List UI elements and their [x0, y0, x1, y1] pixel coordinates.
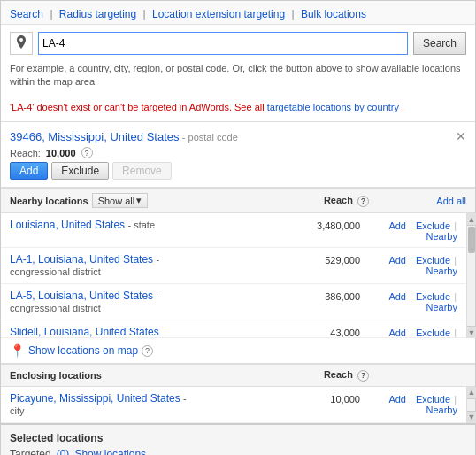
pin-icon: 📍	[10, 343, 25, 358]
nearby-row-2-exclude[interactable]: Exclude	[416, 255, 450, 266]
show-map-help-icon[interactable]: ?	[142, 345, 153, 357]
close-button[interactable]: ✕	[456, 129, 466, 143]
helper-text: For example, a country, city, region, or…	[1, 62, 475, 96]
nearby-row-2-actions: Add | Exclude | Nearby	[360, 253, 457, 276]
show-all-label: Show all	[98, 196, 135, 206]
enclosing-row-1-link[interactable]: Picayune, Mississippi, United States	[10, 392, 180, 405]
nav-radius[interactable]: Radius targeting	[59, 8, 136, 20]
location-title: 39466, Mississippi, United States	[10, 130, 179, 143]
nearby-row-1: Louisiana, United States - state 3,480,0…	[1, 213, 466, 248]
scroll-thumb[interactable]	[468, 227, 475, 253]
error-after: .	[402, 102, 404, 112]
nearby-row-1-name: Louisiana, United States - state	[10, 219, 280, 231]
remove-button: Remove	[112, 162, 172, 180]
nearby-row-3-exclude[interactable]: Exclude	[416, 291, 450, 302]
nearby-row-1-actions: Add | Exclude | Nearby	[360, 219, 457, 242]
location-card: 39466, Mississippi, United States - post…	[1, 121, 475, 188]
nearby-row-3-add[interactable]: Add	[388, 291, 406, 302]
nearby-row-4-name: Slidell, Louisiana, United States	[10, 326, 280, 338]
error-text: 'LA-4' doesn't exist or can't be targete…	[1, 96, 475, 122]
action-buttons: Add Exclude Remove	[10, 162, 466, 180]
location-card-header: 39466, Mississippi, United States - post…	[10, 129, 466, 143]
nav-bulk[interactable]: Bulk locations	[301, 8, 366, 20]
enclosing-scrollbar[interactable]: ▲ ▼	[466, 387, 475, 423]
add-button[interactable]: Add	[10, 162, 48, 180]
nearby-row-1-reach: 3,480,000	[280, 219, 360, 231]
error-before: 'LA-4' doesn't exist or can't be targete…	[10, 102, 265, 112]
nearby-row-2-link[interactable]: LA-1, Louisiana, United States	[10, 253, 153, 266]
selected-section: Selected locations Targeted (0) Show loc…	[1, 423, 475, 455]
enclosing-reach-help-icon[interactable]: ?	[357, 370, 369, 382]
enclosing-row-1-reach: 10,000	[280, 392, 360, 405]
show-map-link[interactable]: Show locations on map	[28, 344, 138, 357]
nearby-row-4-reach: 43,000	[280, 326, 360, 338]
enclosing-row-1-add[interactable]: Add	[388, 394, 406, 405]
enclosing-col-label: Enclosing locations	[10, 370, 102, 381]
nearby-row-3-link[interactable]: LA-5, Louisiana, United States	[10, 289, 153, 302]
nearby-row-3-name: LA-5, Louisiana, United States -congress…	[10, 289, 280, 314]
enclosing-table-content: Picayune, Mississippi, United States -ci…	[1, 387, 466, 423]
enclosing-row-1-name: Picayune, Mississippi, United States -ci…	[10, 392, 280, 417]
nearby-row-3-nearby[interactable]: Nearby	[426, 302, 457, 312]
show-all-button[interactable]: Show all ▾	[92, 193, 149, 208]
nav-location-ext[interactable]: Location extension targeting	[152, 8, 285, 20]
nearby-reach-help-icon[interactable]: ?	[357, 196, 369, 207]
nearby-row-2-add[interactable]: Add	[388, 255, 406, 266]
enclosing-row-1: Picayune, Mississippi, United States -ci…	[1, 387, 466, 423]
search-row: Search	[1, 25, 475, 62]
nearby-scrollbar[interactable]: ▲ ▼	[466, 213, 475, 338]
nearby-row-4: Slidell, Louisiana, United States 43,000…	[1, 320, 466, 338]
nearby-row-4-exclude[interactable]: Exclude	[416, 328, 450, 338]
dropdown-arrow-icon: ▾	[136, 195, 142, 206]
nearby-row-1-exclude[interactable]: Exclude	[416, 220, 450, 231]
enclosing-scroll-up[interactable]: ▲	[467, 387, 476, 399]
nearby-table-with-scroll: Louisiana, United States - state 3,480,0…	[1, 213, 475, 338]
map-pin-icon	[14, 35, 28, 51]
nearby-row-4-add[interactable]: Add	[388, 328, 406, 338]
selected-title: Selected locations	[10, 432, 466, 444]
top-nav: Search | Radius targeting | Location ext…	[1, 1, 475, 25]
selected-row: Targeted (0) Show locations	[10, 448, 466, 455]
nearby-reach-col: Reach ?	[289, 195, 369, 207]
nearby-row-2-name: LA-1, Louisiana, United States -congress…	[10, 253, 280, 278]
enclosing-section: Enclosing locations Reach ? Picayune, Mi…	[1, 363, 475, 423]
nearby-row-3-actions: Add | Exclude | Nearby	[360, 289, 457, 312]
reach-label: Reach:	[10, 148, 41, 158]
nearby-row-1-add[interactable]: Add	[388, 220, 406, 231]
show-map-row: 📍 Show locations on map ?	[1, 338, 475, 363]
nearby-row-4-link[interactable]: Slidell, Louisiana, United States	[10, 326, 159, 338]
location-subtitle: - postal code	[182, 132, 238, 143]
enclosing-scroll-down[interactable]: ▼	[467, 411, 476, 423]
nearby-row-2-reach: 529,000	[280, 253, 360, 266]
enclosing-header: Enclosing locations Reach ?	[1, 365, 475, 387]
nearby-col-label: Nearby locations	[10, 196, 88, 206]
nearby-row-3-reach: 386,000	[280, 289, 360, 302]
search-button[interactable]: Search	[413, 32, 466, 55]
scroll-down-arrow[interactable]: ▼	[467, 326, 476, 338]
nav-search[interactable]: Search	[10, 8, 43, 20]
enclosing-row-1-exclude[interactable]: Exclude	[416, 394, 450, 405]
nearby-table-header: Nearby locations Show all ▾ Reach ? Add …	[1, 189, 475, 213]
search-input[interactable]	[38, 32, 408, 55]
scroll-up-arrow[interactable]: ▲	[467, 213, 476, 226]
nearby-row-2: LA-1, Louisiana, United States -congress…	[1, 248, 466, 284]
reach-value: 10,000	[46, 148, 76, 158]
nearby-row-1-nearby[interactable]: Nearby	[426, 231, 457, 242]
show-locations-link[interactable]: Show locations	[74, 448, 146, 455]
targeted-label: Targeted	[10, 448, 51, 455]
error-link[interactable]: targetable locations by country	[267, 102, 399, 112]
nearby-row-1-link[interactable]: Louisiana, United States	[10, 219, 125, 231]
enclosing-reach-col: Reach ?	[289, 369, 369, 382]
enclosing-table-with-scroll: Picayune, Mississippi, United States -ci…	[1, 387, 475, 423]
exclude-button[interactable]: Exclude	[51, 162, 109, 180]
add-all-button[interactable]: Add all	[369, 196, 466, 206]
search-icon-wrap	[10, 32, 33, 55]
nearby-row-2-nearby[interactable]: Nearby	[426, 266, 457, 276]
nearby-row-4-actions: Add | Exclude | Nearby	[360, 326, 457, 338]
enclosing-row-1-nearby[interactable]: Nearby	[426, 405, 457, 415]
nearby-table-content: Louisiana, United States - state 3,480,0…	[1, 213, 466, 338]
nearby-table-section: Nearby locations Show all ▾ Reach ? Add …	[1, 188, 475, 363]
reach-help-icon[interactable]: ?	[81, 147, 93, 158]
targeted-count[interactable]: (0)	[57, 448, 70, 455]
enclosing-row-1-actions: Add | Exclude | Nearby	[360, 392, 457, 415]
